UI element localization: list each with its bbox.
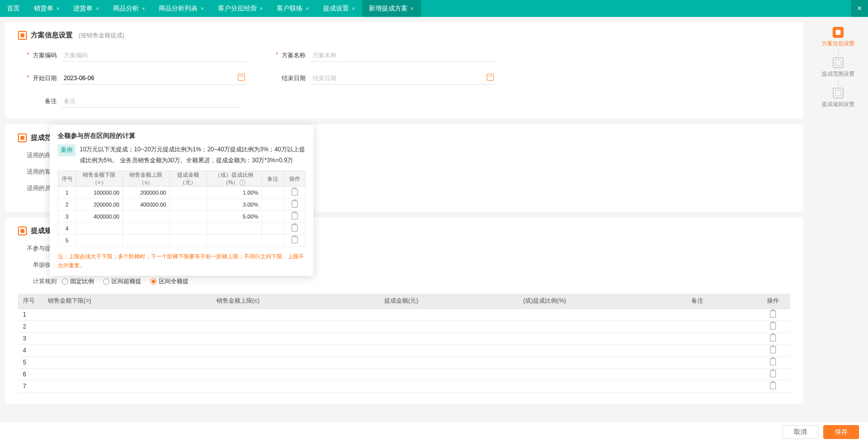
table-row[interactable]: 7 [18,380,790,392]
th-lower: 销售金额下限(>) [43,294,212,309]
anchor-nav: 方案信息设置 提成范围设置 提成规则设置 [813,27,863,108]
close-icon[interactable]: × [411,5,414,11]
trash-icon[interactable] [292,224,298,231]
tooltip-title: 全额参与所在区间段的计算 [58,131,306,140]
tab-customer-contact[interactable]: 客户联络× [270,0,316,17]
plan-code-input[interactable] [62,49,247,62]
section-icon [18,31,27,40]
calc-rule-radio-step-exceed[interactable]: 区间超额提 [103,277,141,286]
th-upper: 销售金额上限(≤) [212,294,379,309]
anchor-rules[interactable]: 提成规则设置 [822,88,855,108]
start-date-input[interactable] [62,72,247,85]
trash-icon[interactable] [292,189,298,196]
tab-sales-order[interactable]: 销货单× [27,0,66,17]
plan-code-label: *方案编码 [18,51,62,60]
plan-name-label: *方案名称 [267,51,311,60]
table-row: 4 [58,222,306,234]
th-ratio: (或)提成比例(%) [518,294,686,309]
table-row: 1100000.00200000.001.00% [58,187,306,199]
section-icon [18,133,27,142]
anchor-plan-info[interactable]: 方案信息设置 [822,27,855,47]
calendar-icon[interactable] [487,74,494,81]
tab-home[interactable]: 首页 [0,0,27,17]
end-date-input[interactable] [311,72,496,85]
section-icon [18,226,27,235]
trash-icon[interactable] [292,213,298,220]
save-button[interactable]: 保存 [823,425,859,439]
tab-new-commission-plan[interactable]: 新增提成方案× [362,0,421,17]
start-date-label: *开始日期 [18,74,62,83]
tab-product-analysis[interactable]: 商品分析× [106,0,152,17]
example-table: 序号 销售金额下限（>） 销售金额上限（≤） 提成金额（元） （或）提成比例（%… [58,171,306,246]
table-row: 2200000.00400000.003.00% [58,199,306,211]
trash-icon[interactable] [770,311,776,318]
trash-icon[interactable] [770,346,776,353]
close-icon[interactable]: × [306,5,309,11]
table-row: 5 [58,234,306,246]
anchor-scope[interactable]: 提成范围设置 [822,57,855,78]
table-row[interactable]: 3 [18,332,790,344]
case-text: 10万元以下无提成；10~20万元提成比例为1%；20~40万提成比例为3%；4… [80,144,306,166]
nav-line [838,80,839,86]
trash-icon[interactable] [770,358,776,365]
plan-name-input[interactable] [311,49,496,62]
panel-subtitle: (按销售金额提成) [79,31,124,40]
close-icon[interactable]: × [96,5,99,11]
remark-input[interactable] [62,95,241,108]
end-date-label: 结束日期 [267,74,311,83]
calc-rule-label: 计算规则 [18,277,62,286]
th-remark: 备注 [686,294,756,309]
cancel-button[interactable]: 取消 [782,425,818,439]
tab-customer-tiers[interactable]: 客户分层经营× [211,0,270,17]
calc-rule-tooltip: 全额参与所在区间段的计算 案例 10万元以下无提成；10~20万元提成比例为1%… [50,124,314,276]
close-icon[interactable]: × [56,5,59,11]
footer-bar: 取消 保存 [0,421,868,440]
tab-product-analysis-list[interactable]: 商品分析列表× [152,0,211,17]
table-row: 3400000.005.00% [58,211,306,222]
commission-tiers-table: 序号 销售金额下限(>) 销售金额上限(≤) 提成金额(元) (或)提成比例(%… [18,294,790,393]
tooltip-note: 注：上限必须大于下限；多个阶梯时，下一个阶梯下限要等于前一阶梯上限；不同行之间下… [58,252,306,270]
close-icon[interactable]: × [142,5,145,11]
th-amount: 提成金额(元) [379,294,518,309]
info-icon[interactable]: i [239,180,245,186]
panel-title: 方案信息设置 [31,31,73,40]
table-row[interactable]: 6 [18,368,790,380]
tab-commission-settings[interactable]: 提成设置× [316,0,362,17]
tab-bar: 首页 销货单× 进货单× 商品分析× 商品分析列表× 客户分层经营× 客户联络×… [0,0,868,17]
trash-icon[interactable] [292,201,298,208]
case-tag: 案例 [58,144,76,156]
close-icon[interactable]: × [201,5,204,11]
close-all-tabs-button[interactable]: × [851,0,868,17]
th-seq: 序号 [18,294,43,309]
remark-label: 备注 [18,97,62,106]
table-row[interactable]: 5 [18,356,790,368]
nav-line [838,49,839,55]
close-icon[interactable]: × [260,5,263,11]
tab-purchase-order[interactable]: 进货单× [66,0,106,17]
plan-info-panel: 方案信息设置 (按销售金额提成) *方案编码 *方案名称 *开始日期 [5,22,803,118]
table-row[interactable]: 4 [18,344,790,356]
calc-rule-radio-step-full[interactable]: 区间全额提 [150,277,189,286]
trash-icon[interactable] [770,382,776,389]
table-row[interactable]: 1 [18,309,790,321]
th-op: 操作 [756,294,790,309]
calendar-icon[interactable] [238,74,245,81]
calc-rule-radio-fixed[interactable]: 固定比例 [62,277,94,286]
trash-icon[interactable] [292,236,298,243]
close-icon[interactable]: × [352,5,355,11]
table-row[interactable]: 2 [18,321,790,332]
trash-icon[interactable] [770,334,776,341]
trash-icon[interactable] [770,370,776,377]
trash-icon[interactable] [770,323,776,330]
